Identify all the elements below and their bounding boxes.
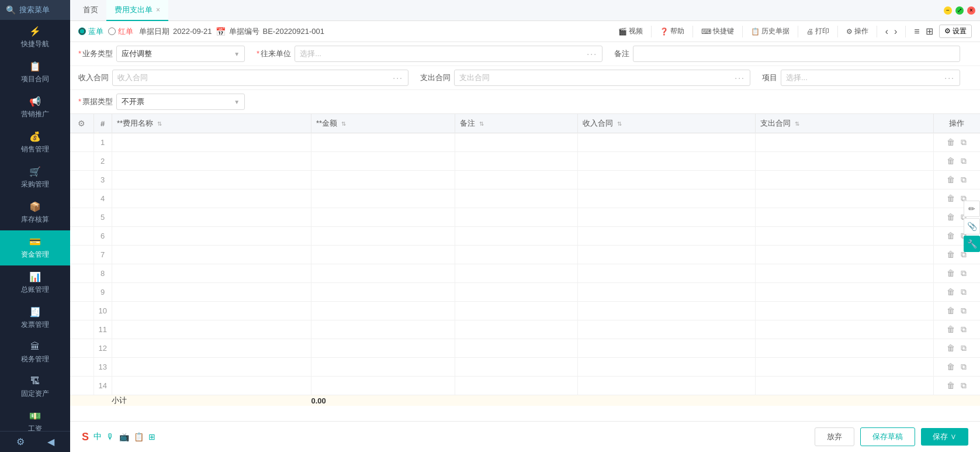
row-expense-contract[interactable] <box>756 133 933 152</box>
sidebar-item-accounting[interactable]: 📊总账管理 <box>0 265 70 301</box>
sidebar-item-tax-mgmt[interactable]: 🏛税务管理 <box>0 336 70 370</box>
row-expense-contract[interactable] <box>756 302 933 320</box>
row-expense-contract[interactable] <box>756 171 933 189</box>
collapse-icon[interactable]: ◀ <box>47 436 54 447</box>
row-note[interactable] <box>455 320 578 339</box>
expand-button[interactable]: ⤢ <box>955 6 964 15</box>
calendar-icon[interactable]: 📅 <box>216 27 226 36</box>
income-contract-input[interactable]: 收入合同 ··· <box>112 70 408 86</box>
list-view-btn[interactable]: ≡ <box>914 26 919 37</box>
save-draft-button[interactable]: 保存草稿 <box>860 427 915 446</box>
more-icon[interactable]: ··· <box>587 49 597 58</box>
tab-expense-sheet[interactable]: 费用支出单× <box>106 0 168 21</box>
row-copy-btn[interactable]: ⧉ <box>959 175 968 185</box>
sort-icon-amount[interactable]: ⇅ <box>341 120 346 127</box>
row-expense-contract[interactable] <box>756 377 933 395</box>
row-expense-contract[interactable] <box>756 152 933 171</box>
row-expense-name[interactable] <box>112 302 311 320</box>
row-delete-btn[interactable]: 🗑 <box>945 268 957 278</box>
row-amount[interactable] <box>311 302 455 320</box>
row-income-contract[interactable] <box>578 320 756 339</box>
row-income-contract[interactable] <box>578 152 756 171</box>
row-amount[interactable] <box>311 377 455 395</box>
row-expense-name[interactable] <box>112 377 311 395</box>
copy-icon[interactable]: 📋 <box>134 432 144 441</box>
row-income-contract[interactable] <box>578 358 756 377</box>
next-btn[interactable]: › <box>894 26 897 37</box>
row-expense-name[interactable] <box>112 320 311 339</box>
row-amount[interactable] <box>311 152 455 171</box>
side-edit-btn[interactable]: ✏ <box>964 201 980 217</box>
col-setting[interactable]: ⚙ <box>70 114 94 133</box>
side-attachment-btn[interactable]: 📎 <box>964 218 980 234</box>
row-expense-contract[interactable] <box>756 189 933 208</box>
more-icon-expense[interactable]: ··· <box>735 73 745 82</box>
video-btn[interactable]: 🎬 视频 <box>618 26 643 36</box>
row-income-contract[interactable] <box>578 264 756 283</box>
row-delete-btn[interactable]: 🗑 <box>945 381 957 390</box>
expense-contract-input[interactable]: 支出合同 ··· <box>454 70 750 86</box>
row-note[interactable] <box>455 189 578 208</box>
row-note[interactable] <box>455 133 578 152</box>
row-copy-btn[interactable]: ⧉ <box>959 287 968 297</box>
row-expense-name[interactable] <box>112 133 311 152</box>
row-note[interactable] <box>455 358 578 377</box>
tab-close-expense-sheet[interactable]: × <box>156 6 160 14</box>
abandon-button[interactable]: 放弃 <box>815 427 854 446</box>
row-expense-contract[interactable] <box>756 358 933 377</box>
row-income-contract[interactable] <box>578 208 756 227</box>
side-green-btn[interactable]: 🔧 <box>964 236 980 252</box>
sidebar-item-sales-mgmt[interactable]: 💰销售管理 <box>0 125 70 160</box>
row-amount[interactable] <box>311 171 455 189</box>
mic-icon[interactable]: 🎙 <box>106 432 115 441</box>
row-expense-name[interactable] <box>112 208 311 227</box>
row-copy-btn[interactable]: ⧉ <box>959 137 968 147</box>
row-expense-name[interactable] <box>112 189 311 208</box>
row-income-contract[interactable] <box>578 339 756 358</box>
tab-home[interactable]: 首页 <box>75 0 106 21</box>
row-amount[interactable] <box>311 264 455 283</box>
row-income-contract[interactable] <box>578 171 756 189</box>
row-note[interactable] <box>455 339 578 358</box>
more-icon-project[interactable]: ··· <box>944 73 955 82</box>
row-note[interactable] <box>455 302 578 320</box>
sidebar-item-invoice-mgmt[interactable]: 🧾发票管理 <box>0 301 70 336</box>
sidebar-item-marketing[interactable]: 📢营销推广 <box>0 90 70 125</box>
row-delete-btn[interactable]: 🗑 <box>945 287 957 296</box>
row-income-contract[interactable] <box>578 227 756 246</box>
row-note[interactable] <box>455 171 578 189</box>
row-copy-btn[interactable]: ⧉ <box>959 268 968 278</box>
project-input[interactable]: 选择... ··· <box>781 70 960 86</box>
row-expense-name[interactable] <box>112 246 311 264</box>
sidebar-item-purchase-mgmt[interactable]: 🛒采购管理 <box>0 160 70 195</box>
row-amount[interactable] <box>311 227 455 246</box>
row-note[interactable] <box>455 152 578 171</box>
row-delete-btn[interactable]: 🗑 <box>945 231 957 240</box>
row-delete-btn[interactable]: 🗑 <box>945 212 957 222</box>
row-amount[interactable] <box>311 189 455 208</box>
payee-input[interactable]: 选择... ··· <box>295 46 602 62</box>
settings-icon[interactable]: ⚙ <box>16 436 25 447</box>
row-expense-name[interactable] <box>112 264 311 283</box>
radio-blue[interactable]: 蓝单 <box>78 26 103 37</box>
row-note[interactable] <box>455 283 578 302</box>
row-expense-name[interactable] <box>112 171 311 189</box>
row-delete-btn[interactable]: 🗑 <box>945 137 957 147</box>
row-delete-btn[interactable]: 🗑 <box>945 362 957 371</box>
row-delete-btn[interactable]: 🗑 <box>945 343 957 353</box>
row-amount[interactable] <box>311 339 455 358</box>
more-icon-income[interactable]: ··· <box>393 73 403 82</box>
row-expense-contract[interactable] <box>756 339 933 358</box>
row-income-contract[interactable] <box>578 246 756 264</box>
close-button[interactable]: × <box>967 6 975 15</box>
row-copy-btn[interactable]: ⧉ <box>959 343 968 353</box>
ops-btn[interactable]: ⚙ 操作 <box>846 26 868 36</box>
sort-icon-ec[interactable]: ⇅ <box>795 120 799 127</box>
row-delete-btn[interactable]: 🗑 <box>945 194 957 203</box>
screen-icon[interactable]: 📺 <box>119 432 129 441</box>
sort-icon-ic[interactable]: ⇅ <box>617 120 622 127</box>
row-expense-name[interactable] <box>112 227 311 246</box>
sort-icon-name[interactable]: ⇅ <box>157 120 162 127</box>
row-delete-btn[interactable]: 🗑 <box>945 306 957 315</box>
row-amount[interactable] <box>311 283 455 302</box>
